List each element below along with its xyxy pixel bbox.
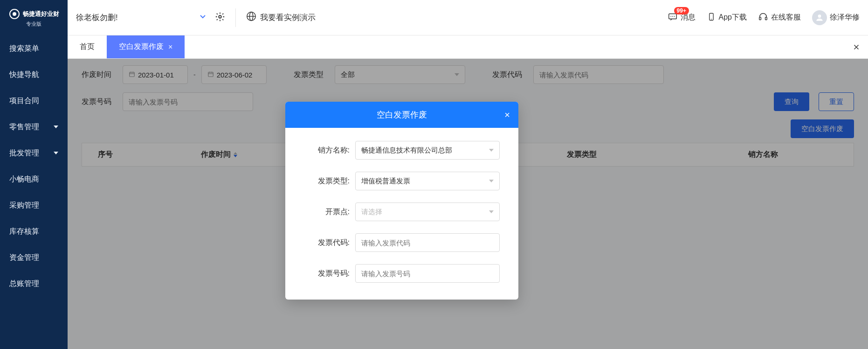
- void-invoice-modal: 空白发票作废 × 销方名称: 畅捷通信息技术有限公司总部 发票类型: 增值税普通…: [285, 102, 518, 300]
- invoice-no-label: 发票号码:: [304, 269, 355, 279]
- sidebar-item-label: 总账管理: [9, 279, 39, 289]
- svg-point-6: [670, 16, 671, 17]
- invoice-code-label: 发票代码:: [304, 238, 355, 248]
- sidebar: 畅捷通好业财 专业版 搜索菜单 快捷导航 项目合同 零售管理 批发管理 小畅电商…: [0, 0, 68, 349]
- svg-point-13: [818, 14, 821, 18]
- invoice-no-field-modal[interactable]: [361, 270, 494, 278]
- sidebar-item-search-menu[interactable]: 搜索菜单: [0, 35, 68, 62]
- sidebar-item-label: 零售管理: [9, 122, 39, 132]
- sidebar-item-project-contract[interactable]: 项目合同: [0, 88, 68, 114]
- messages-link[interactable]: 99+ 消息: [668, 12, 696, 24]
- tabs-collapse-button[interactable]: [845, 35, 868, 58]
- chevron-down-icon: [489, 210, 494, 213]
- seller-name-label: 销方名称:: [304, 146, 355, 155]
- seller-name-value: 畅捷通信息技术有限公司总部: [361, 146, 452, 155]
- avatar: [812, 10, 827, 25]
- sidebar-item-retail-mgmt[interactable]: 零售管理: [0, 114, 68, 140]
- chevron-down-icon: [489, 149, 494, 152]
- svg-point-8: [674, 16, 675, 17]
- sidebar-item-quick-nav[interactable]: 快捷导航: [0, 62, 68, 88]
- sidebar-item-label: 快捷导航: [9, 70, 39, 80]
- invoice-type-label: 发票类型:: [304, 176, 355, 186]
- chevron-down-icon: [489, 180, 494, 182]
- logo-area: 畅捷通好业财 专业版: [0, 0, 68, 35]
- divider: [235, 8, 236, 27]
- brand-name: 畅捷通好业财: [23, 10, 59, 18]
- sidebar-item-label: 小畅电商: [9, 174, 39, 184]
- demo-link[interactable]: 我要看实例演示: [246, 11, 316, 24]
- modal-title: 空白发票作废: [377, 109, 427, 120]
- tabs-bar: 首页 空白发票作废 ×: [68, 35, 868, 59]
- sidebar-item-label: 采购管理: [9, 201, 39, 210]
- sidebar-item-label: 资金管理: [9, 253, 39, 263]
- svg-rect-12: [765, 17, 767, 19]
- globe-icon: [246, 11, 256, 24]
- brand-logo-icon: [9, 8, 20, 20]
- sidebar-item-inventory[interactable]: 库存核算: [0, 218, 68, 244]
- gear-icon[interactable]: [215, 12, 225, 23]
- sidebar-item-label: 批发管理: [9, 148, 39, 158]
- topbar: 徐老板勿删! 我要看实例演示 99+ 消息 App下载: [68, 0, 868, 35]
- modal-body: 销方名称: 畅捷通信息技术有限公司总部 发票类型: 增值税普通发票 开票点: 请…: [285, 128, 518, 300]
- modal-header: 空白发票作废 ×: [285, 102, 518, 128]
- sidebar-item-ecommerce[interactable]: 小畅电商: [0, 166, 68, 192]
- app-download-link[interactable]: App下载: [707, 12, 747, 23]
- sidebar-item-label: 搜索菜单: [9, 44, 39, 54]
- org-selector[interactable]: 徐老板勿删!: [76, 12, 207, 23]
- billing-point-select[interactable]: 请选择: [355, 202, 500, 221]
- close-icon[interactable]: ×: [504, 110, 510, 120]
- sidebar-item-purchase-mgmt[interactable]: 采购管理: [0, 192, 68, 218]
- chevron-down-icon: [54, 152, 58, 154]
- tab-label: 首页: [80, 42, 95, 52]
- invoice-code-input-modal[interactable]: [355, 233, 500, 252]
- invoice-type-value: 增值税普通发票: [361, 177, 410, 186]
- user-menu[interactable]: 徐泽华修: [812, 10, 860, 25]
- invoice-no-input-modal[interactable]: [355, 264, 500, 283]
- seller-name-select[interactable]: 畅捷通信息技术有限公司总部: [355, 141, 500, 160]
- svg-point-7: [672, 16, 673, 17]
- sidebar-item-label: 项目合同: [9, 96, 39, 106]
- messages-badge: 99+: [674, 7, 689, 14]
- close-icon[interactable]: ×: [168, 43, 172, 51]
- svg-point-2: [219, 15, 221, 18]
- invoice-type-select-modal[interactable]: 增值税普通发票: [355, 172, 500, 190]
- online-service-label: 在线客服: [771, 13, 801, 22]
- phone-icon: [707, 12, 716, 23]
- online-service-link[interactable]: 在线客服: [758, 12, 801, 24]
- app-download-label: App下载: [719, 13, 747, 22]
- headset-icon: [758, 12, 768, 24]
- svg-rect-11: [759, 17, 761, 19]
- billing-point-label: 开票点:: [304, 207, 355, 217]
- demo-label: 我要看实例演示: [260, 12, 316, 23]
- brand-edition: 专业版: [26, 21, 41, 28]
- sidebar-item-label: 库存核算: [9, 227, 39, 237]
- svg-point-1: [13, 12, 16, 16]
- tab-home[interactable]: 首页: [68, 35, 107, 58]
- chevron-down-icon: [54, 126, 58, 128]
- sidebar-item-wholesale-mgmt[interactable]: 批发管理: [0, 140, 68, 166]
- tab-label: 空白发票作废: [119, 42, 164, 52]
- svg-point-10: [711, 19, 712, 20]
- tab-blank-invoice-void[interactable]: 空白发票作废 ×: [107, 35, 185, 58]
- sidebar-item-ledger-mgmt[interactable]: 总账管理: [0, 271, 68, 297]
- invoice-code-field-modal[interactable]: [361, 239, 494, 247]
- username: 徐泽华修: [830, 13, 860, 22]
- sidebar-item-fund-mgmt[interactable]: 资金管理: [0, 244, 68, 271]
- billing-point-placeholder: 请选择: [361, 208, 382, 216]
- chevron-down-icon: [199, 13, 207, 22]
- org-name: 徐老板勿删!: [76, 12, 118, 23]
